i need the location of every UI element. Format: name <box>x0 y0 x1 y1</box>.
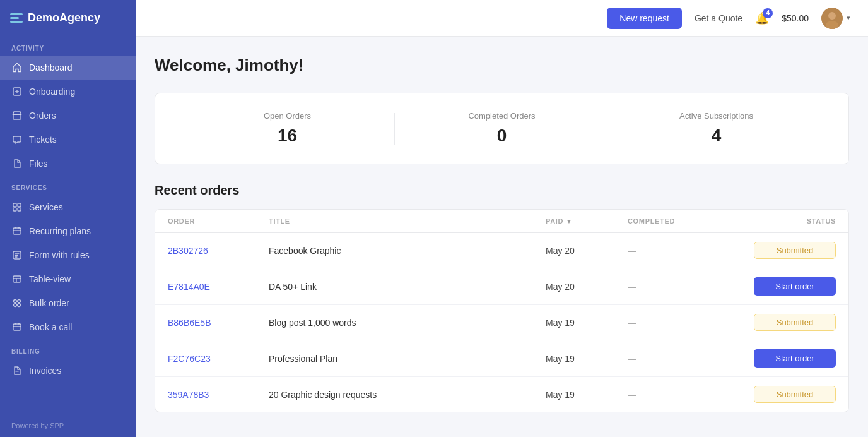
order-link[interactable]: F2C76C23 <box>168 354 211 364</box>
svg-point-11 <box>14 304 17 307</box>
bulk-order-icon <box>11 297 23 309</box>
svg-point-10 <box>18 300 21 303</box>
sidebar-item-book-a-call[interactable]: Book a call <box>0 315 136 339</box>
col-header-title: TITLE <box>269 217 546 225</box>
sidebar-item-recurring-plans[interactable]: Recurring plans <box>0 219 136 243</box>
sidebar-label-services: Services <box>29 202 63 212</box>
powered-by: Powered by SPP <box>0 414 136 437</box>
sidebar-label-table-view: Table-view <box>29 274 71 284</box>
welcome-heading: Welcome, Jimothy! <box>155 56 849 75</box>
svg-rect-5 <box>18 208 21 211</box>
sidebar-item-onboarding[interactable]: Onboarding <box>0 80 136 104</box>
sidebar-item-files[interactable]: Files <box>0 152 136 176</box>
header: New request Get a Quote 🔔 4 $50.00 ▾ <box>136 0 868 37</box>
col-header-order: ORDER <box>168 217 269 225</box>
stat-open-orders: Open Orders 16 <box>180 111 394 146</box>
order-status: Submitted <box>710 386 836 403</box>
sidebar: DemoAgency ACTIVITY Dashboard Onboarding… <box>0 0 136 437</box>
order-completed: — <box>628 282 710 292</box>
logo-icon <box>10 13 23 23</box>
order-link[interactable]: B86B6E5B <box>168 318 211 328</box>
orders-table: ORDER TITLE PAID ▼ COMPLETED STATUS 2B30… <box>155 209 849 412</box>
open-orders-label: Open Orders <box>180 111 394 121</box>
order-paid: May 19 <box>546 390 628 400</box>
order-paid: May 19 <box>546 318 628 328</box>
sidebar-item-bulk-order[interactable]: Bulk order <box>0 291 136 315</box>
active-subscriptions-value: 4 <box>609 126 823 146</box>
svg-rect-13 <box>13 324 21 330</box>
active-subscriptions-label: Active Subscriptions <box>609 111 823 121</box>
order-completed: — <box>628 246 710 256</box>
order-status: Start order <box>710 349 836 368</box>
section-label-billing: BILLING <box>0 339 136 359</box>
svg-rect-8 <box>13 276 21 282</box>
svg-rect-1 <box>13 114 21 119</box>
table-header: ORDER TITLE PAID ▼ COMPLETED STATUS <box>155 210 848 233</box>
order-title: Blog post 1,000 words <box>269 318 546 328</box>
order-title: Professional Plan <box>269 354 546 364</box>
stat-completed-orders: Completed Orders 0 <box>395 111 609 146</box>
svg-rect-2 <box>13 203 16 207</box>
sort-arrow-icon[interactable]: ▼ <box>566 218 573 225</box>
status-badge-submitted: Submitted <box>754 242 836 259</box>
start-order-button[interactable]: Start order <box>754 349 836 368</box>
avatar[interactable] <box>821 8 843 29</box>
onboarding-icon <box>11 86 23 97</box>
sidebar-label-book-a-call: Book a call <box>29 322 72 332</box>
order-link[interactable]: E7814A0E <box>168 282 210 292</box>
sidebar-item-tickets[interactable]: Tickets <box>0 128 136 152</box>
sidebar-label-bulk-order: Bulk order <box>29 298 69 308</box>
table-row: 359A78B3 20 Graphic design requests May … <box>155 377 848 412</box>
svg-point-9 <box>14 300 17 303</box>
section-label-activity: ACTIVITY <box>0 36 136 56</box>
sidebar-label-form-with-rules: Form with rules <box>29 250 90 260</box>
table-row: 2B302726 Facebook Graphic May 20 — Submi… <box>155 233 848 268</box>
call-icon <box>11 321 23 333</box>
sidebar-label-invoices: Invoices <box>29 366 61 376</box>
invoices-icon <box>11 365 23 376</box>
sidebar-item-dashboard[interactable]: Dashboard <box>0 56 136 80</box>
sidebar-item-invoices[interactable]: Invoices <box>0 359 136 383</box>
table-icon <box>11 273 23 285</box>
completed-orders-label: Completed Orders <box>395 111 609 121</box>
main-area: New request Get a Quote 🔔 4 $50.00 ▾ Wel… <box>136 0 868 437</box>
sidebar-item-form-with-rules[interactable]: Form with rules <box>0 243 136 267</box>
table-row: E7814A0E DA 50+ Link May 20 — Start orde… <box>155 268 848 305</box>
get-quote-link[interactable]: Get a Quote <box>695 13 742 23</box>
open-orders-value: 16 <box>180 126 394 146</box>
order-paid: May 20 <box>546 246 628 256</box>
order-title: 20 Graphic design requests <box>269 390 546 400</box>
services-icon <box>11 201 23 213</box>
order-paid: May 20 <box>546 282 628 292</box>
sidebar-label-tickets: Tickets <box>29 135 57 145</box>
svg-point-15 <box>828 12 836 20</box>
avatar-dropdown-caret[interactable]: ▾ <box>847 14 850 22</box>
tickets-icon <box>11 134 23 145</box>
sidebar-label-files: Files <box>29 159 48 169</box>
sidebar-item-orders[interactable]: Orders <box>0 104 136 128</box>
status-badge-submitted: Submitted <box>754 386 836 403</box>
col-header-completed: COMPLETED <box>628 217 710 225</box>
files-icon <box>11 158 23 169</box>
order-link[interactable]: 2B302726 <box>168 246 208 256</box>
order-link[interactable]: 359A78B3 <box>168 390 209 400</box>
status-badge-submitted: Submitted <box>754 314 836 331</box>
new-request-button[interactable]: New request <box>607 8 682 29</box>
notifications-bell[interactable]: 🔔 4 <box>755 11 769 25</box>
svg-rect-4 <box>13 208 16 211</box>
app-name: DemoAgency <box>28 11 100 25</box>
recurring-icon <box>11 225 23 237</box>
svg-point-12 <box>18 304 21 307</box>
order-paid: May 19 <box>546 354 628 364</box>
form-icon <box>11 249 23 261</box>
sidebar-item-table-view[interactable]: Table-view <box>0 267 136 291</box>
start-order-button[interactable]: Start order <box>754 277 836 296</box>
sidebar-item-services[interactable]: Services <box>0 195 136 219</box>
orders-icon <box>11 110 23 121</box>
svg-rect-3 <box>18 203 21 207</box>
svg-rect-6 <box>13 228 21 234</box>
col-header-paid: PAID ▼ <box>546 217 628 225</box>
table-row: F2C76C23 Professional Plan May 19 — Star… <box>155 340 848 377</box>
stats-card: Open Orders 16 Completed Orders 0 Active… <box>155 93 849 164</box>
order-title: DA 50+ Link <box>269 282 546 292</box>
